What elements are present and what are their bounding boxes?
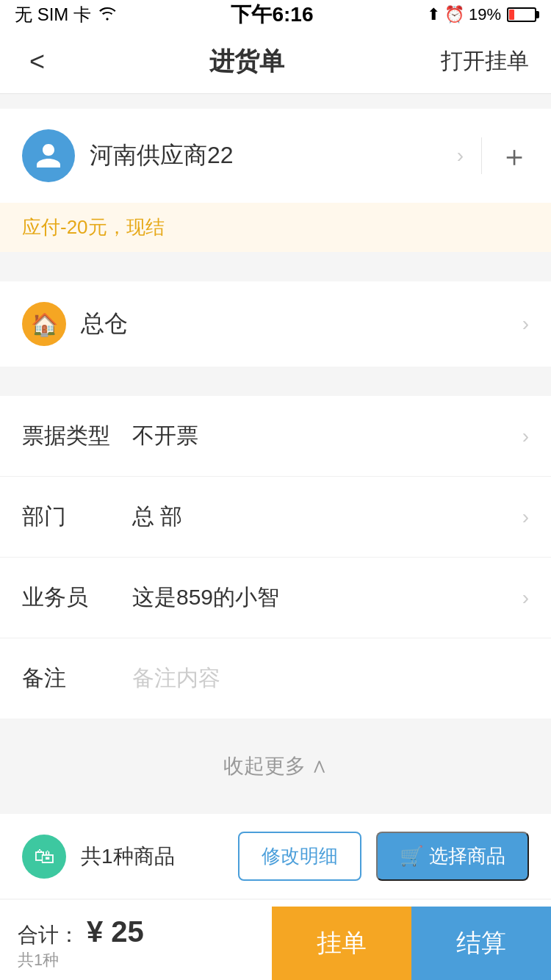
- salesman-value: 这是859的小智: [110, 583, 522, 613]
- remark-row[interactable]: 备注 备注内容: [0, 638, 551, 718]
- notice-bar: 应付-20元，现结: [0, 203, 551, 252]
- warehouse-chevron-icon: ›: [522, 312, 529, 336]
- salesman-chevron-icon: ›: [522, 586, 529, 610]
- nav-bar: < 进货单 打开挂单: [0, 29, 551, 94]
- select-product-label: 选择商品: [429, 843, 505, 869]
- department-row[interactable]: 部门 总 部 ›: [0, 477, 551, 558]
- carrier-label: 无 SIM 卡: [15, 3, 91, 26]
- collapse-button[interactable]: 收起更多 ∧: [0, 733, 551, 799]
- status-bar: 无 SIM 卡 下午6:16 ⬆ ⏰ 19%: [0, 0, 551, 29]
- section-gap-3: [0, 367, 551, 381]
- select-product-icon: 🛒: [400, 845, 423, 868]
- invoice-type-value: 不开票: [110, 421, 522, 451]
- supplier-avatar: [22, 129, 75, 182]
- open-pending-button[interactable]: 打开挂单: [441, 46, 529, 76]
- warehouse-name: 总仓: [81, 308, 522, 340]
- status-left: 无 SIM 卡: [15, 3, 118, 26]
- total-label: 合计：: [18, 921, 79, 949]
- remark-input[interactable]: 备注内容: [110, 663, 529, 693]
- supplier-name: 河南供应商22: [90, 140, 457, 172]
- department-value: 总 部: [110, 502, 522, 532]
- warehouse-row[interactable]: 🏠 总仓 ›: [0, 281, 551, 367]
- warehouse-icon: 🏠: [22, 302, 66, 346]
- products-count: 共1种商品: [81, 843, 223, 871]
- total-amount: ¥ 25: [87, 915, 144, 948]
- footer: 合计： ¥ 25 共1种 挂单 结算: [0, 907, 551, 980]
- products-icon: 🛍: [22, 835, 66, 879]
- invoice-type-label: 票据类型: [22, 421, 110, 451]
- salesman-row[interactable]: 业务员 这是859的小智 ›: [0, 558, 551, 638]
- department-chevron-icon: ›: [522, 505, 529, 529]
- vertical-divider: [481, 137, 482, 174]
- invoice-chevron-icon: ›: [522, 425, 529, 448]
- notice-text: 应付-20元，现结: [22, 216, 165, 238]
- settle-button[interactable]: 结算: [411, 907, 551, 980]
- footer-total: 合计： ¥ 25 共1种: [0, 907, 272, 980]
- alarm-icon: ⏰: [444, 5, 464, 24]
- section-gap-2: [0, 252, 551, 267]
- battery-percent: 19%: [469, 5, 501, 24]
- status-right: ⬆ ⏰ 19%: [427, 5, 536, 24]
- supplier-row[interactable]: 河南供应商22 › ＋: [0, 109, 551, 203]
- warehouse-card[interactable]: 🏠 总仓 ›: [0, 281, 551, 367]
- remark-label: 备注: [22, 663, 110, 693]
- back-button[interactable]: <: [22, 39, 52, 84]
- page-title: 进货单: [209, 45, 284, 79]
- battery-icon: [507, 7, 536, 22]
- cart-icon: 🛍: [34, 844, 54, 868]
- edit-detail-button[interactable]: 修改明细: [238, 832, 361, 881]
- person-icon: [34, 141, 63, 170]
- invoice-type-row[interactable]: 票据类型 不开票 ›: [0, 396, 551, 477]
- select-product-button[interactable]: 🛒 选择商品: [376, 832, 529, 881]
- status-time: 下午6:16: [231, 1, 313, 29]
- pending-button[interactable]: 挂单: [272, 907, 411, 980]
- total-count: 共1种: [18, 949, 254, 971]
- section-gap-1: [0, 94, 551, 109]
- products-header: 🛍 共1种商品 修改明细 🛒 选择商品: [0, 814, 551, 898]
- supplier-chevron-icon: ›: [457, 144, 464, 167]
- wifi-icon: [97, 4, 118, 25]
- location-icon: ⬆: [427, 5, 440, 24]
- department-label: 部门: [22, 502, 110, 532]
- form-section: 票据类型 不开票 › 部门 总 部 › 业务员 这是859的小智 › 备注 备注…: [0, 396, 551, 718]
- section-gap-4: [0, 799, 551, 814]
- house-icon: 🏠: [31, 311, 58, 337]
- add-supplier-button[interactable]: ＋: [500, 136, 529, 176]
- salesman-label: 业务员: [22, 583, 110, 613]
- supplier-card: 河南供应商22 › ＋ 应付-20元，现结: [0, 109, 551, 252]
- total-row: 合计： ¥ 25: [18, 915, 254, 949]
